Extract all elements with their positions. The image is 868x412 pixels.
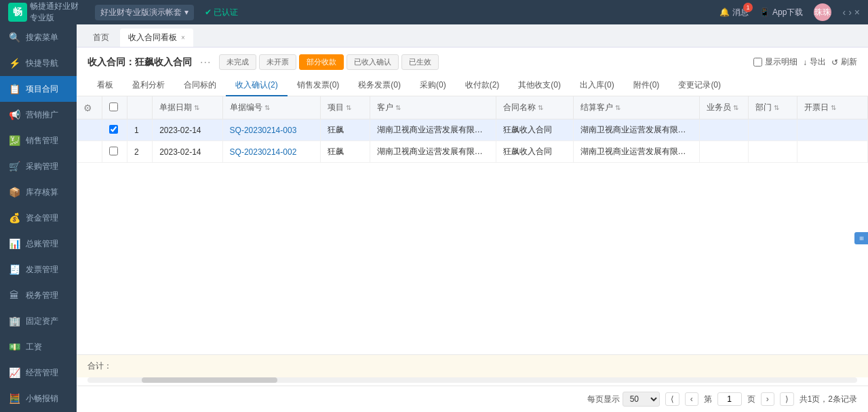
col-customer-header[interactable]: 客户 ⇅ <box>370 96 496 119</box>
col-date-header[interactable]: 单据日期 ⇅ <box>153 96 222 119</box>
sidebar-item-expense[interactable]: 🧮 小畅报销 <box>0 386 77 411</box>
sub-tab-profit[interactable]: 盈利分析 <box>123 75 174 96</box>
sidebar-item-search[interactable]: 🔍 搜索菜单 <box>0 24 77 50</box>
next-page-button[interactable]: › <box>761 392 774 406</box>
contract-icon: 📋 <box>8 83 20 95</box>
refresh-button[interactable]: ↺ 刷新 <box>831 56 857 68</box>
sort-project-icon[interactable]: ⇅ <box>346 104 351 111</box>
row1-project: 狂飙 <box>321 119 370 141</box>
sidebar-item-marketing[interactable]: 📢 营销推广 <box>0 102 77 128</box>
show-detail-input[interactable] <box>753 58 762 67</box>
sub-tab-purchase[interactable]: 采购(0) <box>410 75 456 96</box>
status-partial-payment[interactable]: 部分收款 <box>299 54 344 70</box>
current-page-input[interactable] <box>717 392 742 406</box>
row1-num: 1 <box>127 119 152 141</box>
row2-check[interactable] <box>102 141 127 163</box>
sort-open-date-icon[interactable]: ⇅ <box>831 104 836 111</box>
close-window-button[interactable]: × <box>854 7 860 18</box>
col-check-header[interactable] <box>102 96 127 119</box>
sidebar-item-funds[interactable]: 💰 资金管理 <box>0 205 77 231</box>
page-title-area: 收入合同：狂飙收入合同 ··· 未完成 未开票 部分收款 已收入确认 已生效 <box>87 54 439 70</box>
sidebar-label-expense: 小畅报销 <box>26 393 58 405</box>
col-result-customer-header[interactable]: 结算客户 ⇅ <box>573 96 699 119</box>
company-selector[interactable]: 好业财专业版演示帐套 ▾ <box>95 5 194 20</box>
table-row[interactable]: 1 2023-02-14 SQ-20230214-003 狂飙 湖南卫视商业运营… <box>77 119 868 141</box>
user-avatar[interactable]: 珠珠 <box>814 3 831 21</box>
sub-tab-other-income[interactable]: 其他收支(0) <box>509 75 570 96</box>
app-download-button[interactable]: 📱 App下载 <box>760 7 803 18</box>
chart-icon: 📈 <box>8 367 20 379</box>
row2-code: SQ-20230214-002 <box>222 141 321 163</box>
sort-code-icon[interactable]: ⇅ <box>264 104 270 111</box>
sidebar-label-project-contract: 项目合同 <box>26 83 58 95</box>
sidebar-item-invoice[interactable]: 🧾 发票管理 <box>0 257 77 282</box>
horizontal-scrollbar[interactable] <box>87 377 857 383</box>
message-button[interactable]: 🔔 消息 1 <box>719 7 749 18</box>
nav-next-button[interactable]: › <box>848 7 852 18</box>
sub-tab-warehouse[interactable]: 出入库(0) <box>570 75 624 96</box>
sidebar-item-tax[interactable]: 🏛 税务管理 <box>0 282 77 308</box>
sidebar-item-sales[interactable]: 💹 销售管理 <box>0 128 77 153</box>
col-salesman-header[interactable]: 业务员 ⇅ <box>699 96 748 119</box>
right-action-button[interactable]: ≡ <box>854 232 868 244</box>
sidebar-item-inventory[interactable]: 📦 库存核算 <box>0 179 77 205</box>
sub-tab-tax-invoice[interactable]: 税务发票(0) <box>349 75 410 96</box>
col-contract-header[interactable]: 合同名称 ⇅ <box>496 96 573 119</box>
row1-salesman <box>699 119 748 141</box>
status-confirmed[interactable]: 已收入确认 <box>347 54 399 70</box>
sort-date-icon[interactable]: ⇅ <box>194 104 199 111</box>
sub-tab-attachments[interactable]: 附件(0) <box>624 75 669 96</box>
settings-gear-icon[interactable]: ⚙ <box>83 102 92 113</box>
table-row[interactable]: 2 2023-02-14 SQ-20230214-002 狂飙 湖南卫视商业运营… <box>77 141 868 163</box>
col-open-date-header[interactable]: 开票日 ⇅ <box>797 96 868 119</box>
main-layout: 🔍 搜索菜单 ⚡ 快捷导航 📋 项目合同 📢 营销推广 💹 销售管理 🛒 采购管… <box>0 24 868 412</box>
tab-contract-board[interactable]: 收入合同看板 × <box>120 29 193 47</box>
sub-tab-revenue-confirm[interactable]: 收入确认(2) <box>226 75 288 96</box>
export-button[interactable]: ↓ 导出 <box>803 56 826 68</box>
col-project-header[interactable]: 项目 ⇅ <box>321 96 370 119</box>
sidebar-label-fixed-assets: 固定资产 <box>26 316 58 327</box>
nav-prev-button[interactable]: ‹ <box>842 7 846 18</box>
tab-close-icon[interactable]: × <box>181 34 185 41</box>
top-bar: 畅 畅捷通好业财 专业版 好业财专业版演示帐套 ▾ ✔ 已认证 🔔 消息 1 📱… <box>0 0 868 24</box>
more-options-button[interactable]: ··· <box>200 56 211 69</box>
sidebar-item-management[interactable]: 📈 经营管理 <box>0 360 77 386</box>
status-incomplete[interactable]: 未完成 <box>219 54 256 70</box>
sidebar-item-payroll[interactable]: 💵 工资 <box>0 334 77 360</box>
col-settings-header[interactable]: ⚙ <box>77 96 102 119</box>
prev-page-button[interactable]: ‹ <box>685 392 698 406</box>
row1-code-link[interactable]: SQ-20230214-003 <box>230 126 297 135</box>
sort-result-customer-icon[interactable]: ⇅ <box>615 104 620 111</box>
sub-tab-payment[interactable]: 收付款(2) <box>456 75 509 96</box>
row1-check[interactable] <box>102 119 127 141</box>
sort-contract-icon[interactable]: ⇅ <box>538 104 543 111</box>
sidebar-item-purchase[interactable]: 🛒 采购管理 <box>0 153 77 179</box>
sidebar-item-ledger[interactable]: 📊 总账管理 <box>0 231 77 257</box>
row2-salesman <box>699 141 748 163</box>
sub-tab-contract-items[interactable]: 合同标的 <box>174 75 226 96</box>
sidebar-item-project-contract[interactable]: 📋 项目合同 <box>0 76 77 102</box>
tab-home[interactable]: 首页 <box>85 29 117 47</box>
sort-customer-icon[interactable]: ⇅ <box>395 104 401 111</box>
sub-tab-board[interactable]: 看板 <box>87 75 123 96</box>
sidebar-item-quick-nav[interactable]: ⚡ 快捷导航 <box>0 50 77 76</box>
status-effective[interactable]: 已生效 <box>401 54 439 70</box>
show-detail-checkbox[interactable]: 显示明细 <box>753 56 797 68</box>
sub-tabs: 看板 盈利分析 合同标的 收入确认(2) 销售发票(0) 税务发票(0) 采购(… <box>77 70 868 96</box>
col-dept-header[interactable]: 部门 ⇅ <box>749 96 797 119</box>
col-code-header[interactable]: 单据编号 ⇅ <box>222 96 321 119</box>
last-page-button[interactable]: ⟩ <box>780 392 794 406</box>
select-all-checkbox[interactable] <box>109 102 118 111</box>
sort-salesman-icon[interactable]: ⇅ <box>733 104 738 111</box>
ledger-icon: 📊 <box>8 238 20 250</box>
data-table: ⚙ 单据日期 ⇅ <box>77 96 868 163</box>
status-uninvoiced[interactable]: 未开票 <box>259 54 296 70</box>
per-page-select[interactable]: 50 20 100 <box>623 392 660 407</box>
sub-tab-changes[interactable]: 变更记录(0) <box>669 75 730 96</box>
first-page-button[interactable]: ⟨ <box>665 392 679 406</box>
row1-contract: 狂飙收入合同 <box>496 119 573 141</box>
row2-code-link[interactable]: SQ-20230214-002 <box>230 147 297 157</box>
sort-dept-icon[interactable]: ⇅ <box>774 104 779 111</box>
sub-tab-sales-invoice[interactable]: 销售发票(0) <box>288 75 349 96</box>
sidebar-item-fixed-assets[interactable]: 🏢 固定资产 <box>0 308 77 334</box>
